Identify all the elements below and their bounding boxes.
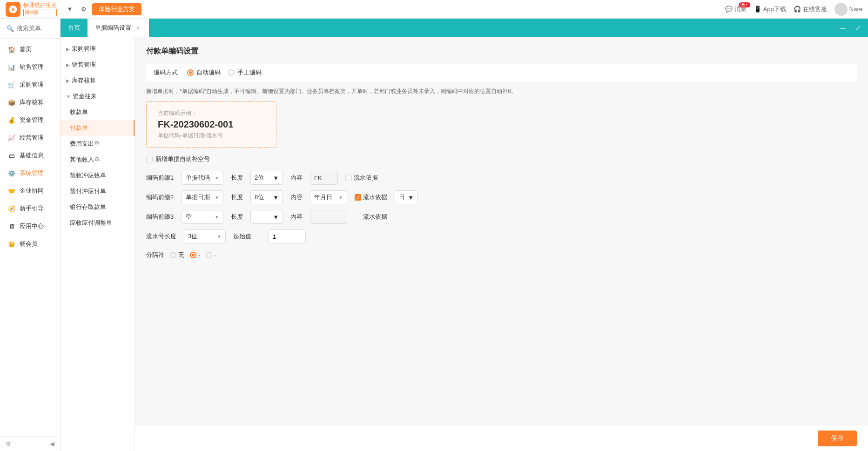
sidebar-item-basic-info[interactable]: 🗃 基础信息	[0, 147, 60, 164]
info-icon: 🗃	[7, 151, 16, 160]
collapse-sidebar-btn[interactable]: ◀	[50, 440, 54, 447]
config-row3-prefix-select[interactable]: 空 ▼	[182, 210, 223, 224]
config-row2-content-select[interactable]: 年月日 ▼	[310, 190, 347, 204]
member-icon: 👑	[7, 240, 16, 248]
manual-code-radio[interactable]: 手工编码	[228, 68, 262, 77]
sub-sidebar-item-payment[interactable]: 付款单	[61, 120, 135, 136]
message-btn[interactable]: 💬 消息 99+	[725, 5, 747, 13]
config-row2-length-select[interactable]: 8位 ▼	[250, 190, 283, 204]
nav-dropdown-btn[interactable]: ▼	[64, 4, 75, 15]
sep-none-radio[interactable]: 无	[170, 251, 184, 259]
config-row3-stream-check[interactable]: 流水依据	[355, 213, 387, 221]
management-icon: 📈	[7, 134, 16, 142]
config-row2-stream-select[interactable]: 日 ▼	[395, 190, 418, 204]
config-row2-prefix-value: 单据日期	[186, 193, 210, 202]
settings-btn[interactable]: ⚙	[77, 3, 90, 16]
tab-maximize-btn[interactable]: ⤢	[851, 21, 864, 34]
stream-checkbox-label3: 流水依据	[363, 213, 387, 221]
stream-checkbox-box2[interactable]	[355, 194, 361, 201]
config-row3-prefix-value: 空	[186, 213, 192, 221]
sidebar-search-area: 🔍 搜索菜单	[0, 19, 60, 39]
config-row1-content-value: FK	[310, 171, 338, 185]
sub-sidebar-group-sales-title[interactable]: ▶ 销售管理	[61, 57, 135, 73]
sub-sidebar-group-inventory-title[interactable]: ▶ 库存核算	[61, 73, 135, 88]
sidebar-item-purchase[interactable]: 🛒 采购管理	[0, 76, 60, 94]
sub-sidebar-item-other-income[interactable]: 其他收入单	[61, 152, 135, 168]
start-value-label: 起始值	[233, 232, 261, 241]
stream-checkbox-label2: 流水依据	[363, 193, 387, 202]
config-row1-label: 编码前缀1	[146, 174, 174, 182]
config-row2-label: 编码前缀2	[146, 193, 174, 202]
stream-checkbox-box3[interactable]	[355, 214, 361, 220]
auto-code-radio[interactable]: 自动编码	[187, 68, 221, 77]
online-service-btn[interactable]: 🎧 在线客服	[794, 5, 827, 13]
config-row1-length-select[interactable]: 2位 ▼	[250, 171, 283, 185]
config-row1-length-value: 2位	[255, 174, 264, 182]
sep-dot2-radio[interactable]: ·	[206, 252, 216, 259]
sub-sidebar-item-prepay-pay[interactable]: 预付冲应付单	[61, 183, 135, 199]
sub-sidebar-item-bank[interactable]: 银行存取款单	[61, 199, 135, 215]
stream-checkbox-box1[interactable]	[345, 175, 352, 181]
config-row3-content-value	[310, 210, 347, 224]
arrow-down-icon: ▼	[66, 94, 71, 99]
sidebar-bottom: ⚙ ◀	[0, 436, 60, 451]
config-row1-stream-check[interactable]: 流水依据	[345, 174, 378, 182]
sub-sidebar-group-purchase-title[interactable]: ▶ 采购管理	[61, 41, 135, 57]
config-row1-prefix-select[interactable]: 单据代码 ▼	[182, 171, 223, 185]
start-value-input[interactable]	[269, 229, 306, 243]
sidebar-item-appstore[interactable]: 🖥 应用中心	[0, 217, 60, 235]
config-row3-length-select[interactable]: ▼	[250, 210, 283, 224]
tab-minimize-btn[interactable]: —	[836, 21, 849, 34]
sidebar-item-inventory[interactable]: 📦 库存核算	[0, 94, 60, 111]
app-download-btn[interactable]: 📱 App下载	[754, 5, 786, 13]
code-preview-box: 当前编码示例： FK-20230602-001 单据代码-单据日期-流水号	[146, 101, 276, 148]
cooperation-icon: 🤝	[7, 187, 16, 195]
tab-home[interactable]: 首页	[61, 19, 87, 37]
logo-icon	[6, 2, 20, 17]
coding-radio-group: 自动编码 手工编码	[187, 68, 262, 77]
config-row2-prefix-select[interactable]: 单据日期 ▼	[182, 190, 223, 204]
config-row-3: 编码前缀3 空 ▼ 长度 ▼ 内容 流水依据	[146, 210, 857, 224]
tab-coding-settings[interactable]: 单据编码设置 ×	[87, 19, 149, 37]
sub-sidebar-item-prepay-receive[interactable]: 预收冲应收单	[61, 168, 135, 183]
sidebar-item-home[interactable]: 🏠 首页	[0, 40, 60, 58]
sidebar-item-label-inventory: 库存核算	[20, 98, 44, 107]
search-menu-btn[interactable]: 🔍 搜索菜单	[4, 22, 56, 34]
user-menu[interactable]: Nare	[834, 3, 862, 16]
config-row2-stream-check[interactable]: 流水依据	[355, 193, 387, 202]
sidebar-item-management[interactable]: 📈 经营管理	[0, 129, 60, 147]
mobile-icon: 📱	[754, 6, 761, 13]
sep-dot-radio[interactable]: -	[190, 252, 200, 259]
serial-row: 流水号长度 3位 ▼ 起始值	[146, 229, 857, 243]
chevron-down-icon8: ▼	[273, 214, 279, 221]
settings-bottom-btn[interactable]: ⚙	[6, 440, 11, 447]
config-row3-length-label: 长度	[231, 213, 243, 221]
sidebar-item-member[interactable]: 👑 畅会员	[0, 235, 60, 253]
sidebar-item-finance[interactable]: 💰 资金管理	[0, 111, 60, 129]
auto-fill-checkbox[interactable]	[146, 156, 153, 162]
chevron-down-icon4: ▼	[273, 194, 279, 201]
chevron-down-icon1: ▼	[215, 175, 219, 181]
sidebar-item-guide[interactable]: 🧭 新手引导	[0, 200, 60, 217]
sidebar-item-label-sales: 销售管理	[20, 63, 44, 71]
code-preview-value: FK-20230602-001	[158, 119, 265, 130]
sub-sidebar-item-expense[interactable]: 费用支出单	[61, 136, 135, 152]
code-preview-desc: 单据代码-单据日期-流水号	[158, 132, 265, 140]
tab-close-btn[interactable]: ×	[134, 24, 141, 32]
sidebar-item-system[interactable]: ⚙️ 系统管理	[0, 164, 60, 182]
chevron-down-icon2: ▼	[273, 175, 279, 182]
save-button[interactable]: 保存	[818, 431, 857, 446]
sub-sidebar-item-receipt[interactable]: 收款单	[61, 104, 135, 120]
sub-sidebar-group-fund-title[interactable]: ▼ 资金往来	[61, 88, 135, 104]
config-row2-content-value: 年月日	[314, 193, 332, 202]
serial-length-select[interactable]: 3位 ▼	[184, 229, 226, 243]
sub-sidebar-item-adjust[interactable]: 应收应付调整单	[61, 215, 135, 231]
sep-dot2-label: ·	[214, 252, 216, 259]
chevron-down-icon7: ▼	[215, 215, 219, 220]
sidebar-item-cooperation[interactable]: 🤝 企业协同	[0, 182, 60, 200]
auto-fill-checkbox-row[interactable]: 新增单据自动补空号	[146, 155, 857, 163]
sidebar-item-label-cooperation: 企业协同	[20, 187, 44, 195]
sidebar-item-sales[interactable]: 📊 销售管理	[0, 58, 60, 76]
experience-btn[interactable]: 体验行业方案	[92, 3, 141, 15]
sub-sidebar-group-purchase: ▶ 采购管理	[61, 41, 135, 57]
